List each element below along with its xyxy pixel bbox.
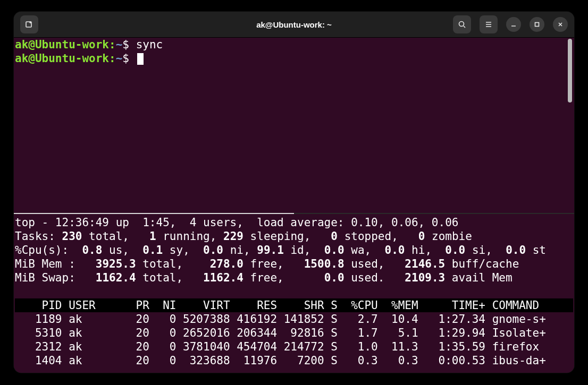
hamburger-menu-button[interactable] [480, 15, 498, 33]
terminal-pane-upper[interactable]: ak@Ubuntu-work:~$ sync ak@Ubuntu-work:~$ [14, 38, 574, 213]
maximize-button[interactable] [530, 17, 544, 32]
top-process-row: 1404 ak 20 0 323688 11976 7200 S 0.3 0.3… [15, 354, 546, 367]
search-button[interactable] [453, 15, 471, 33]
svg-line-4 [464, 26, 465, 28]
svg-point-3 [459, 22, 464, 27]
terminal-body[interactable]: ak@Ubuntu-work:~$ sync ak@Ubuntu-work:~$… [14, 38, 574, 373]
top-process-row: 1189 ak 20 0 5207388 416192 141852 S 2.7… [15, 313, 546, 326]
top-process-row: 2312 ak 20 0 3781040 454704 214772 S 1.0… [15, 340, 546, 353]
pane-separator[interactable] [14, 213, 574, 214]
prompt-path: ~ [116, 38, 123, 51]
top-column-header: PID USER PR NI VIRT RES SHR S %CPU %MEM … [15, 298, 573, 312]
prompt-suffix: $ [122, 38, 129, 51]
typed-command: sync [136, 38, 163, 51]
titlebar: ak@Ubuntu-work: ~ [14, 12, 574, 38]
new-tab-button[interactable] [20, 15, 38, 33]
scrollbar[interactable] [568, 38, 573, 373]
prompt-user-host: ak@Ubuntu-work [15, 38, 109, 51]
close-button[interactable] [553, 17, 568, 32]
top-process-row: 5310 ak 20 0 2652016 206344 92816 S 1.7 … [15, 327, 546, 339]
cursor-icon [137, 53, 144, 65]
top-summary-line: top - 12:36:49 up 1:45, 4 users, load av… [15, 216, 458, 229]
terminal-pane-lower[interactable]: top - 12:36:49 up 1:45, 4 users, load av… [14, 214, 574, 373]
terminal-window: ak@Ubuntu-work: ~ ak@Ubuntu-work:~$ sync [14, 12, 574, 373]
minimize-button[interactable] [506, 17, 521, 32]
scrollbar-thumb[interactable] [568, 39, 572, 102]
svg-rect-9 [535, 23, 539, 27]
